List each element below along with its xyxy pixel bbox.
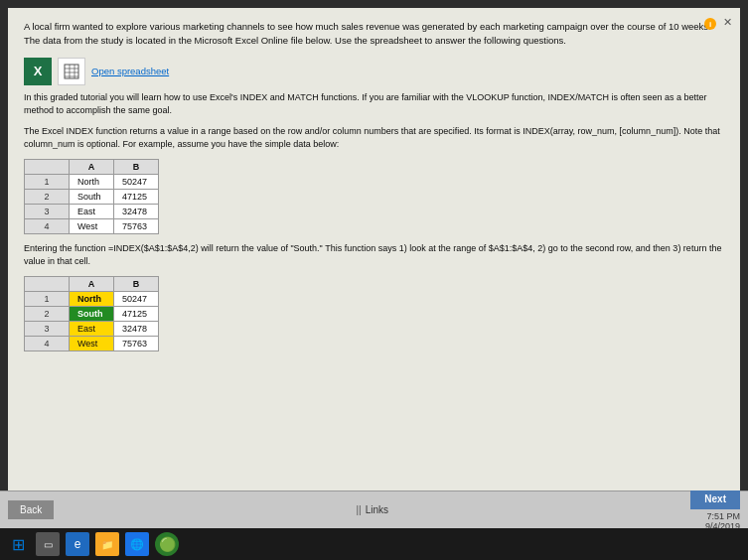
taskbar-center: || Links (356, 504, 388, 515)
table2-row2-b: 47125 (114, 306, 159, 321)
links-pipe: || (356, 504, 361, 515)
main-content: i ✕ A local firm wanted to explore vario… (8, 8, 740, 490)
table-row: 2 South 47125 (25, 306, 159, 321)
table2-row3-a: East (70, 321, 114, 336)
open-spreadsheet-link[interactable]: Open spreadsheet (91, 66, 169, 76)
table1-row1-num: 1 (25, 174, 70, 189)
table1-header-a: A (70, 159, 114, 174)
excel-icon-area: X Open spreadsheet (24, 58, 724, 85)
time: 7:51 PM (705, 511, 740, 521)
edge-icon[interactable]: e (66, 532, 89, 556)
app-icon[interactable]: 🟢 (155, 532, 179, 556)
info-icon[interactable]: i (704, 18, 716, 30)
data-table-2: A B 1 North 50247 2 South 47125 3 East 3… (24, 276, 159, 351)
task-view-icon[interactable]: ▭ (36, 532, 60, 556)
close-icon[interactable]: ✕ (723, 16, 732, 29)
table-row: 3 East 32478 (25, 204, 159, 218)
browser-icon[interactable]: 🌐 (125, 532, 149, 556)
windows-taskbar: ⊞ ▭ e 📁 🌐 🟢 (0, 528, 748, 560)
table1-header-empty (25, 159, 70, 174)
section-text-2: The Excel INDEX function returns a value… (24, 125, 724, 151)
app-taskbar: Back || Links Next 7:51 PM 9/4/2019 (0, 490, 748, 528)
excel-x-icon: X (24, 58, 52, 85)
table2-header-b: B (114, 276, 159, 291)
section-text-1: In this graded tutorial you will learn h… (24, 91, 724, 117)
table2-row4-a: West (70, 336, 114, 350)
table2-row3-b: 32478 (114, 321, 159, 336)
table-row: 4 West 75763 (25, 218, 159, 233)
table2-row4-num: 4 (25, 336, 70, 350)
table1-row3-num: 3 (25, 204, 70, 218)
table1-row4-b: 75763 (114, 218, 159, 233)
taskbar-right: Next 7:51 PM 9/4/2019 (690, 489, 740, 531)
windows-start-icon[interactable]: ⊞ (6, 532, 30, 556)
table2-row4-b: 75763 (114, 336, 159, 350)
file-explorer-icon[interactable]: 📁 (95, 532, 119, 556)
table1-row4-a: West (70, 218, 114, 233)
table-row: 3 East 32478 (25, 321, 159, 336)
screen: i ✕ A local firm wanted to explore vario… (0, 0, 748, 560)
table2-row2-a: South (70, 306, 114, 321)
links-label: Links (366, 504, 388, 515)
table1-row1-b: 50247 (114, 174, 159, 189)
table2-header-empty (25, 276, 70, 291)
table-row: 1 North 50247 (25, 291, 159, 306)
table2-row1-b: 50247 (114, 291, 159, 306)
table1-row3-a: East (70, 204, 114, 218)
table2-row1-a: North (70, 291, 114, 306)
table1-row3-b: 32478 (114, 204, 159, 218)
intro-text: A local firm wanted to explore various m… (24, 20, 724, 48)
taskbar-left: Back (8, 500, 54, 519)
table-row: 4 West 75763 (25, 336, 159, 350)
table2-row1-num: 1 (25, 291, 70, 306)
back-button[interactable]: Back (8, 500, 54, 519)
table2-header-a: A (70, 276, 114, 291)
table1-row2-b: 47125 (114, 189, 159, 204)
excel-table-icon (58, 58, 85, 85)
next-button[interactable]: Next (690, 489, 740, 509)
table1-row2-num: 2 (25, 189, 70, 204)
table1-row1-a: North (70, 174, 114, 189)
table2-row3-num: 3 (25, 321, 70, 336)
table1-header-b: B (114, 159, 159, 174)
table1-row2-a: South (70, 189, 114, 204)
formula-text: Entering the function =INDEX($A$1:$A$4,2… (24, 242, 724, 268)
table-row: 2 South 47125 (25, 189, 159, 204)
table1-row4-num: 4 (25, 218, 70, 233)
data-table-1: A B 1 North 50247 2 South 47125 3 East 3… (24, 159, 159, 234)
table2-row2-num: 2 (25, 306, 70, 321)
table-row: 1 North 50247 (25, 174, 159, 189)
